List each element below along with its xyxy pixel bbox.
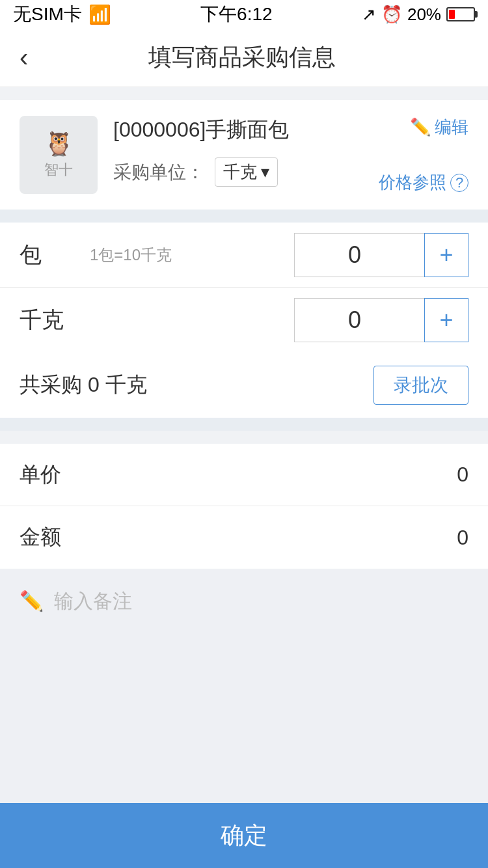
note-section[interactable]: ✏️ 输入备注	[0, 569, 488, 647]
unit-value: 千克	[223, 161, 257, 183]
status-right: ↗ ⏰ 20%	[362, 5, 475, 25]
product-image: 🦉 智十	[20, 116, 98, 194]
page-title: 填写商品采购信息	[41, 42, 442, 74]
total-row: 共采购 0 千克 录批次	[0, 353, 488, 418]
unit-label: 采购单位：	[113, 160, 204, 185]
bag-label: 包	[20, 240, 85, 270]
status-left: 无SIM卡 📶	[13, 2, 111, 27]
unit-price-row: 单价 0	[0, 444, 488, 506]
total-label: 共采购 0 千克	[20, 371, 147, 400]
kg-plus-button[interactable]: +	[424, 298, 468, 342]
section-divider-1	[0, 210, 488, 223]
status-time: 下午6:12	[200, 2, 273, 27]
record-batch-button[interactable]: 录批次	[373, 366, 468, 405]
back-button[interactable]: ‹	[20, 43, 28, 72]
product-logo-text: 智十	[44, 160, 73, 180]
unit-price-value: 0	[457, 463, 468, 487]
product-card: 🦉 智十 [0000006]手撕面包 采购单位： 千克 ▾ ✏️ 编辑 价格参照…	[0, 100, 488, 210]
help-icon: ?	[450, 174, 468, 192]
edit-icon: ✏️	[410, 117, 431, 137]
bag-sublabel: 1包=10千克	[90, 245, 172, 265]
bag-quantity-input[interactable]	[294, 233, 424, 277]
kg-label: 千克	[20, 305, 85, 335]
location-icon: ↗	[362, 5, 376, 25]
chevron-down-icon: ▾	[261, 162, 269, 182]
amount-label: 金额	[20, 523, 61, 552]
section-divider-2	[0, 418, 488, 431]
kg-input-row: 千克 +	[0, 288, 488, 353]
edit-button[interactable]: ✏️ 编辑	[410, 116, 468, 139]
wifi-icon: 📶	[88, 4, 111, 25]
bag-input-row: 包 1包=10千克 +	[0, 223, 488, 288]
alarm-icon: ⏰	[381, 5, 402, 25]
nav-bar: ‹ 填写商品采购信息	[0, 29, 488, 87]
kg-input-control: +	[294, 298, 468, 342]
input-section: 包 1包=10千克 + 千克 +	[0, 223, 488, 353]
price-ref-label: 价格参照	[379, 171, 446, 194]
edit-label: 编辑	[435, 116, 468, 139]
note-placeholder: 输入备注	[54, 588, 132, 615]
amount-value: 0	[457, 526, 468, 550]
unit-select[interactable]: 千克 ▾	[215, 157, 278, 187]
confirm-button[interactable]: 确定	[0, 803, 488, 868]
battery-icon	[446, 7, 475, 21]
product-logo-icon: 🦉	[44, 130, 74, 157]
pencil-icon: ✏️	[20, 590, 44, 612]
battery-percent: 20%	[407, 5, 441, 25]
price-section: 单价 0 金额 0	[0, 444, 488, 569]
carrier-label: 无SIM卡	[13, 2, 82, 27]
price-ref-button[interactable]: 价格参照 ?	[379, 171, 468, 194]
kg-quantity-input[interactable]	[294, 298, 424, 342]
amount-row: 金额 0	[0, 506, 488, 569]
status-bar: 无SIM卡 📶 下午6:12 ↗ ⏰ 20%	[0, 0, 488, 29]
bag-plus-button[interactable]: +	[424, 233, 468, 277]
bag-input-control: +	[294, 233, 468, 277]
unit-price-label: 单价	[20, 461, 61, 489]
